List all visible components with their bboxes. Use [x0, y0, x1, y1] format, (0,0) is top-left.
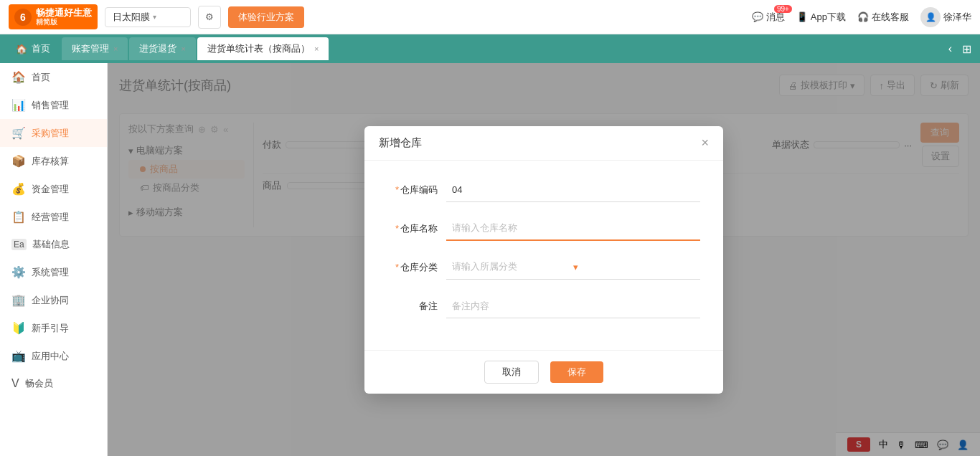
- app-center-icon: 📺: [11, 349, 26, 363]
- app-label: App下载: [811, 11, 846, 24]
- category-selector[interactable]: 请输入所属分类 ▾: [446, 255, 700, 280]
- nav-tabs: 🏠 首页 账套管理 × 进货退货 × 进货单统计表（按商品） × ‹ ⊞: [0, 34, 980, 63]
- tab-purchase-return-close[interactable]: ×: [181, 44, 185, 53]
- modal-footer: 取消 保存: [364, 350, 723, 394]
- tab-account-label: 账套管理: [72, 42, 109, 55]
- message-icon: 💬: [752, 11, 763, 22]
- sidebar-item-enterprise[interactable]: 🏢 企业协同: [0, 286, 107, 314]
- code-input[interactable]: [446, 178, 700, 202]
- sidebar-item-operations[interactable]: 📋 经营管理: [0, 203, 107, 231]
- sidebar-item-home[interactable]: 🏠 首页: [0, 63, 107, 91]
- purchase-icon: 🛒: [11, 126, 26, 140]
- trial-button[interactable]: 体验行业方案: [228, 6, 304, 28]
- code-label: *仓库编码: [387, 184, 438, 196]
- system-icon: ⚙️: [11, 265, 26, 279]
- store-selector[interactable]: 日太阳膜 ▾: [105, 7, 191, 27]
- avatar: 👤: [920, 7, 941, 27]
- user-menu[interactable]: 👤 徐泽华: [920, 7, 971, 27]
- save-button[interactable]: 保存: [550, 361, 603, 383]
- member-icon: V: [11, 377, 19, 390]
- tab-account[interactable]: 账套管理 ×: [62, 37, 128, 60]
- sidebar-member-label: 畅会员: [25, 377, 53, 390]
- logo-main: 畅捷通好生意: [36, 7, 92, 19]
- home-icon: 🏠: [11, 70, 26, 84]
- sales-icon: 📊: [11, 98, 26, 112]
- basic-info-icon: Ea: [11, 239, 27, 250]
- modal-title: 新增仓库: [379, 136, 422, 150]
- topbar: 6 畅捷通好生意 精简版 日太阳膜 ▾ ⚙ 体验行业方案 💬 消息 99+ 📱 …: [0, 0, 980, 34]
- category-placeholder: 请输入所属分类: [452, 260, 573, 273]
- tab-purchase-stats-label: 进货单统计表（按商品）: [207, 42, 310, 55]
- sidebar: 🏠 首页 📊 销售管理 🛒 采购管理 📦 库存核算 💰 资金管理 📋 经营管理 …: [0, 63, 108, 456]
- guide-icon: 🔰: [11, 321, 26, 335]
- form-row-remark: 备注: [387, 294, 700, 318]
- remark-input[interactable]: [446, 294, 700, 318]
- form-row-category: *仓库分类 请输入所属分类 ▾: [387, 255, 700, 280]
- logo-sub: 精简版: [36, 18, 92, 27]
- tab-account-close[interactable]: ×: [113, 44, 118, 53]
- sidebar-guide-label: 新手引导: [32, 322, 69, 335]
- username: 徐泽华: [943, 11, 971, 24]
- content-area: 进货单统计(按商品) 🖨 按模板打印 ▾ ↑ 导出 ↻ 刷新: [108, 63, 980, 456]
- sidebar-item-system[interactable]: ⚙️ 系统管理: [0, 258, 107, 286]
- tab-purchase-stats-close[interactable]: ×: [314, 44, 319, 53]
- sidebar-item-inventory[interactable]: 📦 库存核算: [0, 147, 107, 175]
- cancel-button[interactable]: 取消: [484, 361, 539, 384]
- message-badge: 99+: [774, 5, 792, 13]
- logo: 6 畅捷通好生意 精简版: [9, 4, 98, 30]
- form-row-name: *仓库名称: [387, 217, 700, 241]
- sidebar-home-label: 首页: [32, 71, 50, 84]
- sidebar-finance-label: 资金管理: [32, 183, 69, 196]
- online-service-button[interactable]: 🎧 在线客服: [857, 11, 909, 24]
- home-icon: 🏠: [16, 44, 27, 54]
- sidebar-item-purchase[interactable]: 🛒 采购管理: [0, 119, 107, 147]
- chevron-down-icon: ▾: [153, 13, 156, 21]
- name-label: *仓库名称: [387, 222, 438, 235]
- sidebar-item-member[interactable]: V 畅会员: [0, 370, 107, 397]
- finance-icon: 💰: [11, 182, 26, 196]
- app-download-button[interactable]: 📱 App下载: [796, 11, 846, 24]
- store-name: 日太阳膜: [113, 11, 150, 24]
- sidebar-item-app-center[interactable]: 📺 应用中心: [0, 342, 107, 370]
- chevron-down-icon: ▾: [573, 262, 694, 272]
- sidebar-operations-label: 经营管理: [32, 211, 69, 224]
- category-label: *仓库分类: [387, 261, 438, 274]
- tab-purchase-return-label: 进货退货: [139, 42, 176, 55]
- modal-body: *仓库编码 *仓库名称 *仓库分类: [364, 161, 723, 350]
- tab-home-label: 首页: [32, 42, 50, 55]
- tab-next-button[interactable]: ⊞: [959, 42, 974, 56]
- modal-overlay: 新增仓库 × *仓库编码 *仓库名称: [108, 63, 980, 456]
- headset-icon: 🎧: [857, 11, 869, 22]
- gear-icon: ⚙: [205, 11, 214, 22]
- tab-prev-button[interactable]: ‹: [946, 42, 955, 56]
- form-row-code: *仓库编码: [387, 178, 700, 202]
- sidebar-purchase-label: 采购管理: [32, 127, 69, 140]
- logo-icon: 6: [14, 9, 32, 26]
- mobile-icon: 📱: [796, 11, 808, 22]
- remark-label: 备注: [387, 300, 438, 313]
- sidebar-system-label: 系统管理: [32, 266, 69, 279]
- main-layout: 🏠 首页 📊 销售管理 🛒 采购管理 📦 库存核算 💰 资金管理 📋 经营管理 …: [0, 63, 980, 456]
- new-warehouse-modal: 新增仓库 × *仓库编码 *仓库名称: [364, 126, 723, 394]
- sidebar-enterprise-label: 企业协同: [32, 294, 69, 307]
- sidebar-app-center-label: 应用中心: [32, 350, 69, 363]
- enterprise-icon: 🏢: [11, 293, 26, 307]
- tab-purchase-stats[interactable]: 进货单统计表（按商品） ×: [197, 37, 329, 60]
- tab-purchase-return[interactable]: 进货退货 ×: [129, 37, 195, 60]
- settings-button[interactable]: ⚙: [198, 6, 221, 29]
- sidebar-item-basic-info[interactable]: Ea 基础信息: [0, 231, 107, 258]
- sidebar-item-guide[interactable]: 🔰 新手引导: [0, 314, 107, 342]
- modal-close-button[interactable]: ×: [701, 136, 709, 149]
- sidebar-sales-label: 销售管理: [32, 99, 69, 112]
- sidebar-item-sales[interactable]: 📊 销售管理: [0, 91, 107, 119]
- sidebar-inventory-label: 库存核算: [32, 155, 69, 168]
- tab-home[interactable]: 🏠 首页: [6, 37, 60, 60]
- message-button[interactable]: 💬 消息 99+: [752, 11, 785, 24]
- modal-header: 新增仓库 ×: [364, 126, 723, 161]
- inventory-icon: 📦: [11, 154, 26, 168]
- sidebar-item-finance[interactable]: 💰 资金管理: [0, 175, 107, 203]
- sidebar-basic-info-label: 基础信息: [32, 238, 70, 251]
- operations-icon: 📋: [11, 210, 26, 224]
- service-label: 在线客服: [872, 11, 909, 24]
- name-input[interactable]: [446, 217, 700, 241]
